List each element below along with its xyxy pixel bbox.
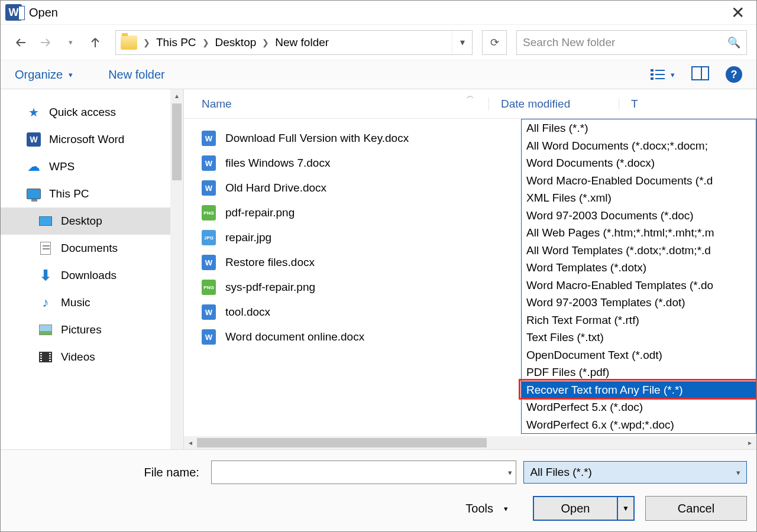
scroll-right-icon[interactable]: ▸ <box>743 439 756 447</box>
crumb-thispc[interactable]: This PC <box>153 36 200 49</box>
column-name[interactable]: Name <box>184 98 489 111</box>
chevron-right-icon[interactable]: ❯ <box>260 38 271 47</box>
titlebar: W Open ✕ <box>1 1 756 24</box>
sidebar-item-this-pc[interactable]: This PC <box>1 180 183 207</box>
crumb-newfolder[interactable]: New folder <box>271 36 332 49</box>
cancel-button[interactable]: Cancel <box>645 496 747 521</box>
file-name: pdf-repair.png <box>225 206 295 219</box>
sidebar-item-label: Quick access <box>49 106 116 119</box>
view-options-button[interactable]: ▾ <box>651 68 675 81</box>
file-icon <box>202 180 216 196</box>
scroll-up-icon[interactable]: ▴ <box>175 89 179 102</box>
bottom-panel: File name: ▾ All Files (*.*) ▾ Tools ▾ O… <box>1 449 756 531</box>
sidebar-item-music[interactable]: ♪Music <box>1 289 183 316</box>
filetype-dropdown[interactable]: All Files (*.*)All Word Documents (*.doc… <box>521 119 756 434</box>
filetype-option[interactable]: Word 97-2003 Documents (*.doc) <box>522 207 756 225</box>
preview-pane-button[interactable] <box>691 66 709 83</box>
sidebar-item-documents[interactable]: Documents <box>1 235 183 262</box>
scrollbar-thumb[interactable] <box>197 438 487 447</box>
folder-icon <box>121 35 137 50</box>
sidebar: ★Quick accessWMicrosoft Word☁WPSThis PCD… <box>1 89 184 449</box>
filetype-option[interactable]: Text Files (*.txt) <box>522 329 756 346</box>
filetype-select[interactable]: All Files (*.*) ▾ <box>523 461 747 484</box>
sidebar-item-quick-access[interactable]: ★Quick access <box>1 99 183 126</box>
sidebar-item-label: This PC <box>49 187 89 200</box>
filetype-option[interactable]: PDF Files (*.pdf) <box>522 364 756 381</box>
open-button[interactable]: Open ▼ <box>533 496 635 521</box>
filetype-option[interactable]: Word 97-2003 Templates (*.dot) <box>522 294 756 312</box>
file-icon <box>202 131 216 146</box>
sidebar-item-downloads[interactable]: ⬇Downloads <box>1 262 183 289</box>
filetype-option[interactable]: All Word Templates (*.dotx;*.dotm;*.d <box>522 242 756 259</box>
file-name: Download Full Version with Key.docx <box>225 132 409 145</box>
open-split-dropdown[interactable]: ▼ <box>617 497 633 520</box>
filetype-option[interactable]: Word Macro-Enabled Templates (*.do <box>522 277 756 294</box>
sidebar-item-label: Pictures <box>61 323 102 336</box>
breadcrumb[interactable]: ❯ This PC ❯ Desktop ❯ New folder ▾ <box>115 30 473 55</box>
filetype-option[interactable]: XML Files (*.xml) <box>522 189 756 207</box>
filetype-option[interactable]: WordPerfect 5.x (*.doc) <box>522 398 756 416</box>
back-button[interactable] <box>10 32 31 53</box>
sidebar-item-microsoft-word[interactable]: WMicrosoft Word <box>1 126 183 153</box>
sidebar-item-desktop[interactable]: Desktop <box>1 207 183 235</box>
file-name: sys-pdf-repair.png <box>225 281 315 294</box>
file-icon <box>202 329 216 345</box>
filetype-option[interactable]: All Word Documents (*.docx;*.docm; <box>522 137 756 155</box>
new-folder-button[interactable]: New folder <box>108 68 165 82</box>
file-name: repair.jpg <box>225 231 271 244</box>
main-area: ★Quick accessWMicrosoft Word☁WPSThis PCD… <box>1 89 756 449</box>
file-icon <box>202 155 216 171</box>
svg-rect-0 <box>651 69 654 72</box>
filetype-option[interactable]: OpenDocument Text (*.odt) <box>522 346 756 364</box>
horizontal-scrollbar[interactable]: ◂ ▸ <box>184 436 756 449</box>
sidebar-item-videos[interactable]: Videos <box>1 343 183 371</box>
filetype-option[interactable]: WordPerfect 6.x (*.wpd;*.doc) <box>522 416 756 434</box>
file-icon <box>202 255 216 270</box>
chevron-right-icon[interactable]: ❯ <box>141 38 153 47</box>
organize-menu[interactable]: Organize ▾ <box>15 68 73 82</box>
file-icon <box>202 280 216 295</box>
file-icon <box>202 205 216 220</box>
filetype-option[interactable]: Word Documents (*.docx) <box>522 154 756 172</box>
filetype-option[interactable]: Recover Text from Any File (*.*) <box>522 381 756 399</box>
list-view-icon <box>651 68 666 81</box>
forward-button[interactable] <box>35 32 56 53</box>
column-headers: ︿ Name Date modified T <box>184 89 756 119</box>
file-name: Old Hard Drive.docx <box>225 181 326 194</box>
preview-icon <box>691 66 709 80</box>
search-input[interactable]: Search New folder 🔍 <box>516 30 747 55</box>
file-name: tool.docx <box>225 306 270 319</box>
sidebar-item-label: Music <box>61 296 90 309</box>
file-name: Restore files.docx <box>225 256 315 269</box>
crumb-desktop[interactable]: Desktop <box>212 36 260 49</box>
tools-menu[interactable]: Tools ▾ <box>465 502 508 515</box>
filetype-option[interactable]: All Web Pages (*.htm;*.html;*.mht;*.m <box>522 224 756 242</box>
help-button[interactable]: ? <box>726 66 742 83</box>
filetype-option[interactable]: Word Macro-Enabled Documents (*.d <box>522 172 756 190</box>
chevron-down-icon: ▾ <box>504 504 508 513</box>
sidebar-item-wps[interactable]: ☁WPS <box>1 153 183 180</box>
refresh-button[interactable]: ⟳ <box>482 30 507 55</box>
scrollbar-thumb[interactable] <box>172 103 182 180</box>
column-date[interactable]: Date modified <box>489 98 619 111</box>
filetype-option[interactable]: All Files (*.*) <box>522 119 756 137</box>
svg-rect-6 <box>692 67 709 80</box>
recent-dropdown[interactable]: ▾ <box>60 32 81 53</box>
filename-label: File name: <box>10 466 204 479</box>
sidebar-item-label: Desktop <box>61 215 102 228</box>
filename-input[interactable]: ▾ <box>211 460 517 484</box>
file-name: Word document online.docx <box>225 330 364 343</box>
file-icon <box>202 230 216 245</box>
sidebar-item-label: Videos <box>61 351 95 364</box>
column-type[interactable]: T <box>619 98 638 111</box>
filetype-option[interactable]: Word Templates (*.dotx) <box>522 259 756 277</box>
breadcrumb-dropdown[interactable]: ▾ <box>452 31 472 54</box>
chevron-right-icon[interactable]: ❯ <box>200 38 212 47</box>
up-button[interactable] <box>85 32 106 53</box>
filetype-option[interactable]: Rich Text Format (*.rtf) <box>522 312 756 329</box>
chevron-down-icon[interactable]: ▾ <box>508 468 512 477</box>
scroll-left-icon[interactable]: ◂ <box>184 439 197 447</box>
close-icon[interactable]: ✕ <box>724 3 752 22</box>
sidebar-scrollbar[interactable]: ▴ <box>170 89 183 449</box>
sidebar-item-pictures[interactable]: Pictures <box>1 316 183 343</box>
